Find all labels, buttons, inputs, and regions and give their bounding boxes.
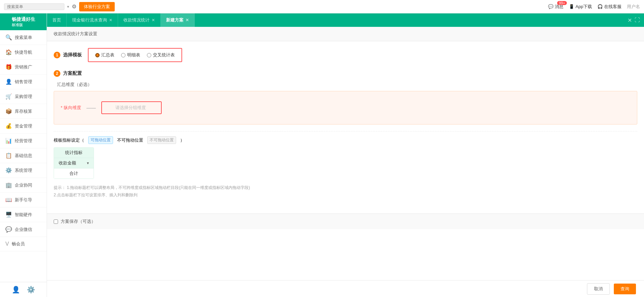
sidebar-item-label: 经营管理 — [15, 138, 32, 144]
radio-cross-input[interactable] — [147, 53, 151, 57]
sidebar-item-label: 采购管理 — [15, 94, 32, 100]
clipboard-icon: 📋 — [5, 152, 12, 159]
settings-icon[interactable]: ⚙ — [72, 3, 76, 10]
logo-main: 畅捷通好生 — [12, 16, 35, 22]
page-header: 收款情况统计方案设置 — [47, 27, 644, 41]
tab-collection-stats-label: 收款情况统计 — [123, 17, 150, 23]
tab-new-plan-label: 新建方案 — [166, 17, 183, 23]
save-label: 方案保存（可选） — [61, 218, 96, 225]
tab-collection-stats-close[interactable]: ✕ — [152, 18, 155, 22]
tip-line-2: 2.点击标题栏下拉可设置排序、插入列和删除列 — [54, 192, 637, 199]
tab-expand-btn[interactable]: ⛶ — [635, 17, 640, 23]
step1-label: 选择模板 — [63, 52, 82, 58]
gear-icon: ⚙️ — [5, 167, 12, 174]
user-icon: 👤 — [5, 79, 12, 85]
tab-close-all-btn[interactable]: ✕ — [628, 17, 632, 23]
sidebar-item-label: 智能硬件 — [15, 212, 32, 218]
sidebar-item-purchase[interactable]: 🛒 采购管理 — [0, 89, 47, 104]
cancel-button[interactable]: 取消 — [587, 283, 610, 295]
radio-cross[interactable]: 交叉统计表 — [147, 52, 175, 58]
dim-required-star: * 纵向维度 — [61, 105, 81, 111]
tips-area: 提示： 1.拖动标题栏可以调整布局，不可跨维度或指标区域拖动栏目段(只能在同一维… — [54, 184, 637, 199]
trial-btn[interactable]: 体验行业方案 — [79, 2, 115, 11]
metrics-col-dropdown-icon[interactable]: ▾ — [87, 161, 89, 165]
user-avatar[interactable]: 用户名 — [627, 4, 640, 10]
tab-new-plan-close[interactable]: ✕ — [185, 18, 189, 22]
sidebar-item-member[interactable]: V 畅会员 — [0, 237, 47, 251]
sidebar-item-sales[interactable]: 👤 销售管理 — [0, 75, 47, 89]
online-service-label: 在线客服 — [604, 4, 622, 10]
sidebar-item-finance[interactable]: 💰 资金管理 — [0, 119, 47, 134]
sidebar-item-label: 基础信息 — [15, 153, 32, 159]
step1-badge: 1 — [54, 52, 60, 58]
tip-text-1: 提示： 1.拖动标题栏可以调整布局，不可跨维度或指标区域拖动栏目段(只能在同一维… — [54, 184, 250, 192]
radio-detail-label: 明细表 — [127, 52, 140, 58]
breadcrumb-search[interactable] — [4, 3, 64, 10]
sidebar-item-quick-nav[interactable]: 🏠 快捷导航 — [0, 45, 47, 60]
dim-arrow-icon: —— — [87, 105, 96, 110]
step2-title: 2 方案配置 — [54, 70, 637, 77]
metrics-col-label: 收款金额 — [59, 160, 76, 166]
sidebar-item-search[interactable]: 🔍 搜索菜单 — [0, 30, 47, 45]
sidebar-item-system[interactable]: ⚙️ 系统管理 — [0, 163, 47, 178]
tab-bar-actions: ✕ ⛶ — [628, 13, 644, 27]
metrics-config-title: 模板指标设定（ — [54, 137, 84, 143]
sidebar-item-enterprise[interactable]: 🏢 企业协同 — [0, 178, 47, 193]
radio-summary-input[interactable] — [95, 53, 100, 57]
dimension-row: * 纵向维度 —— 请选择分组维度 — [61, 101, 162, 114]
online-service-btn[interactable]: 🎧 在线客服 — [597, 4, 622, 10]
sidebar-item-label: 搜索菜单 — [15, 35, 32, 41]
sidebar-user-icon[interactable]: 👤 — [12, 286, 20, 294]
sidebar-item-label: 企业微信 — [15, 227, 32, 233]
radio-cross-label: 交叉统计表 — [153, 52, 175, 58]
dimension-area: * 纵向维度 —— 请选择分组维度 — [54, 91, 637, 125]
sidebar-item-basic-info[interactable]: 📋 基础信息 — [0, 148, 47, 163]
app-download-btn[interactable]: 📱 App下载 — [569, 4, 592, 10]
not-draggable-tag: 不可拖动位置 — [147, 136, 176, 144]
tab-home[interactable]: 首页 — [47, 13, 67, 27]
building-icon: 🏢 — [5, 182, 12, 188]
metrics-total-cell: 合计 — [54, 168, 94, 179]
radio-summary[interactable]: 汇总表 — [95, 52, 114, 58]
radio-detail-input[interactable] — [121, 53, 125, 57]
sidebar: 畅捷通好生 标准版 🔍 搜索菜单 🏠 快捷导航 🎁 营销推广 👤 销售管理 🛒 … — [0, 13, 47, 297]
save-section: 方案保存（可选） — [47, 213, 644, 229]
step2-badge: 2 — [54, 70, 60, 77]
monitor-icon: 🖥️ — [5, 211, 12, 218]
sidebar-item-operations[interactable]: 📊 经营管理 — [0, 134, 47, 148]
sidebar-settings-icon[interactable]: ⚙️ — [27, 286, 35, 294]
save-checkbox[interactable] — [54, 219, 58, 224]
metrics-col-header[interactable]: 收款金额 ▾ — [54, 158, 94, 168]
query-button[interactable]: 查询 — [614, 284, 636, 294]
form-body: 1 选择模板 汇总表 明细表 — [47, 41, 644, 213]
sidebar-item-smart-hw[interactable]: 🖥️ 智能硬件 — [0, 207, 47, 222]
tab-collection-stats[interactable]: 收款情况统计 ✕ — [118, 13, 161, 27]
tab-new-plan[interactable]: 新建方案 ✕ — [161, 13, 195, 27]
member-icon: V — [5, 241, 9, 247]
dim-select-box[interactable]: 请选择分组维度 — [101, 101, 162, 114]
tab-bank-flow[interactable]: 现金银行流水查询 ✕ — [67, 13, 118, 27]
tip-line-1: 提示： 1.拖动标题栏可以调整布局，不可跨维度或指标区域拖动栏目段(只能在同一维… — [54, 184, 637, 192]
sidebar-item-label: 企业协同 — [15, 182, 32, 188]
sidebar-item-label: 销售管理 — [15, 79, 32, 85]
money-icon: 💰 — [5, 123, 12, 129]
sidebar-item-label: 快捷导航 — [15, 49, 32, 55]
tab-bar: 首页 现金银行流水查询 ✕ 收款情况统计 ✕ 新建方案 ✕ ✕ ⛶ — [47, 13, 644, 27]
sidebar-item-wechat[interactable]: 💬 企业微信 — [0, 222, 47, 237]
sidebar-item-marketing[interactable]: 🎁 营销推广 — [0, 60, 47, 75]
dropdown-arrow-icon[interactable]: ▾ — [67, 4, 69, 9]
sidebar-item-label: 畅会员 — [12, 241, 25, 247]
top-header: ▾ ⚙ 体验行业方案 💬 消息 99+ 📱 App下载 🎧 在线客服 用户名 — [0, 0, 644, 13]
radio-detail[interactable]: 明细表 — [121, 52, 140, 58]
search-icon: 🔍 — [5, 34, 12, 41]
header-right: 💬 消息 99+ 📱 App下载 🎧 在线客服 用户名 — [548, 4, 640, 10]
msg-btn[interactable]: 💬 消息 99+ — [548, 4, 564, 10]
sidebar-item-newbie[interactable]: 📖 新手引导 — [0, 193, 47, 207]
tab-bank-flow-close[interactable]: ✕ — [109, 18, 112, 22]
content-area: 首页 现金银行流水查询 ✕ 收款情况统计 ✕ 新建方案 ✕ ✕ ⛶ — [47, 13, 644, 297]
step1-section: 1 选择模板 汇总表 明细表 — [54, 48, 637, 62]
metrics-grid: 统计指标 收款金额 ▾ 合计 — [54, 147, 94, 179]
sidebar-logo: 畅捷通好生 标准版 — [0, 13, 47, 30]
sidebar-item-inventory[interactable]: 📦 库存核算 — [0, 104, 47, 119]
main-layout: 畅捷通好生 标准版 🔍 搜索菜单 🏠 快捷导航 🎁 营销推广 👤 销售管理 🛒 … — [0, 13, 644, 297]
